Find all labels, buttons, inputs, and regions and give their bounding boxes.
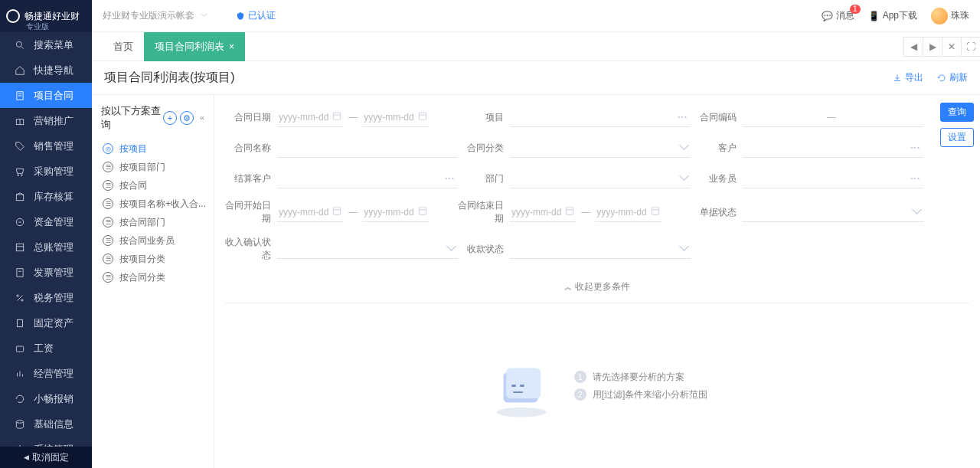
tab-prev-button[interactable]: ◀ [903,37,923,57]
end-date-from[interactable]: yyyy-mm-dd [510,202,577,222]
scheme-item-contract[interactable]: ☰按合同 [101,176,211,195]
chevron-down-icon [681,243,688,254]
contract-date-to[interactable]: yyyy-mm-dd [362,107,429,127]
org-selector[interactable]: 好业财专业版演示帐套 ﹀ [103,9,208,22]
tab-close-all-button[interactable]: ✕ [942,37,962,57]
verified-badge: 已认证 [236,9,276,22]
brand-name: 畅捷通好业财 [24,10,80,23]
scheme-item-contract-dept[interactable]: ☰按合同部门 [101,213,211,231]
more-icon: ··· [445,173,455,184]
start-date-to[interactable]: yyyy-mm-dd [362,202,429,222]
target-icon: ◎ [103,143,113,154]
svg-rect-40 [506,368,541,398]
page-title: 项目合同利润表(按项目) [104,70,235,86]
nav-purchase[interactable]: 采购管理 [0,159,92,184]
revenue-status-select[interactable] [277,239,458,259]
bill-status-select[interactable] [743,202,923,222]
messages-button[interactable]: 💬 消息 1 [822,9,854,22]
svg-point-0 [16,41,21,47]
scheme-panel: 按以下方案查询 + ⚙ « ◎按项目 ☰按项目部门 ☰按合同 ☰按项目名称+收入… [92,95,214,468]
tab-next-button[interactable]: ▶ [923,37,942,57]
collapse-filter-button[interactable]: 收起更多条件 [214,276,980,303]
calendar-icon [564,205,575,218]
refresh-button[interactable]: 刷新 [937,71,968,84]
contract-cat-select[interactable] [510,138,691,158]
label-start-date: 合同开始日期 [225,199,277,225]
scheme-item-name-income[interactable]: ☰按项目名称+收入合... [101,195,211,213]
start-date-from[interactable]: yyyy-mm-dd [277,202,344,222]
sidebar: 畅捷通好业财 专业版 搜索菜单 快捷导航 项目合同 营销推广 销售管理 采购管理… [0,0,92,468]
label-end-date: 合同结束日期 [458,199,510,225]
contract-code-input[interactable]: — [743,107,923,127]
user-menu[interactable]: 珠珠 [931,8,969,25]
result-area: 1请先选择要分析的方案 2用[过滤]条件来缩小分析范围 [225,303,969,468]
export-button[interactable]: 导出 [893,71,923,84]
svg-line-16 [18,295,23,300]
contract-name-input[interactable] [277,138,458,158]
calendar-icon [332,110,342,123]
receipt-status-select[interactable] [510,239,691,259]
tip-num-1: 1 [574,371,586,383]
tab-active[interactable]: 项目合同利润表 × [144,32,245,61]
svg-rect-42 [520,385,524,387]
download-button[interactable]: 📱 App下载 [868,9,917,22]
nav-sales[interactable]: 销售管理 [0,133,92,159]
label-contract-code: 合同编码 [691,111,743,124]
settings-button[interactable]: 设置 [940,128,974,147]
scheme-item-contract-sales[interactable]: ☰按合同业务员 [101,231,211,250]
nav-ledger[interactable]: 总账管理 [0,234,92,260]
label-settle-customer: 结算客户 [225,172,277,185]
refresh-icon [14,393,26,405]
nav-basedata[interactable]: 基础信息 [0,411,92,437]
building-icon [14,317,26,329]
nav-project-contract[interactable]: 项目合同 [0,83,92,108]
pin-toggle[interactable]: 取消固定 [0,447,92,468]
dept-select[interactable] [510,169,691,188]
settle-customer-input[interactable]: ··· [277,169,458,188]
scheme-item-contract-cat[interactable]: ☰按合同分类 [101,268,211,286]
collapse-scheme-button[interactable]: « [200,113,211,123]
nav-salary[interactable]: 工资 [0,335,92,361]
tag-icon [14,140,26,152]
svg-rect-30 [334,208,341,214]
chevron-down-icon: ﹀ [201,11,208,21]
svg-rect-41 [511,385,515,387]
close-icon[interactable]: × [229,41,234,52]
nav-expense[interactable]: 小畅报销 [0,386,92,411]
nav-list: 搜索菜单 快捷导航 项目合同 营销推广 销售管理 采购管理 库存核算 资金管理 … [0,32,92,447]
svg-point-17 [17,294,18,296]
nav-marketing[interactable]: 营销推广 [0,108,92,133]
contract-date-from[interactable]: yyyy-mm-dd [277,107,344,127]
svg-rect-28 [419,113,426,119]
nav-system[interactable]: 系统管理 [0,437,92,447]
customer-input[interactable]: ··· [743,138,923,158]
nav-inventory[interactable]: 库存核算 [0,184,92,209]
main-area: 好业财专业版演示帐套 ﹀ 已认证 💬 消息 1 📱 App下载 珠珠 [92,0,980,468]
add-scheme-button[interactable]: + [163,111,177,125]
nav-funds[interactable]: 资金管理 [0,209,92,234]
nav-asset[interactable]: 固定资产 [0,310,92,335]
shield-icon [236,11,245,21]
nav-invoice[interactable]: 发票管理 [0,260,92,285]
nav-tax[interactable]: 税务管理 [0,285,92,310]
scheme-item-project-dept[interactable]: ☰按项目部门 [101,158,211,176]
project-input[interactable]: ··· [510,107,691,127]
salesman-input[interactable]: ··· [743,169,923,188]
scheme-item-project-cat[interactable]: ☰按项目分类 [101,250,211,268]
scheme-settings-button[interactable]: ⚙ [180,111,194,125]
list-icon: ☰ [103,217,113,227]
tab-home[interactable]: 首页 [103,32,144,61]
nav-search[interactable]: 搜索菜单 [0,32,92,57]
svg-point-38 [496,407,546,417]
chevron-down-icon [448,243,455,254]
nav-quick[interactable]: 快捷导航 [0,57,92,83]
end-date-to[interactable]: yyyy-mm-dd [595,202,662,222]
fullscreen-button[interactable]: ⛶ [961,37,980,57]
scheme-item-project[interactable]: ◎按项目 [101,139,211,158]
svg-rect-9 [16,195,23,201]
list-icon: ☰ [103,254,113,264]
wallet-icon [14,342,26,355]
message-icon: 💬 [822,11,833,21]
query-button[interactable]: 查询 [940,103,974,122]
nav-business[interactable]: 经营管理 [0,361,92,386]
